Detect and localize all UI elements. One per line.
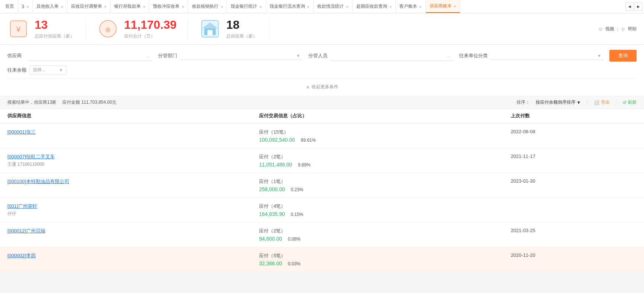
nav-next-button[interactable]: ▶ [634,3,643,11]
help-link[interactable]: 帮助 [628,26,637,32]
stat-payable-amount-text: 11,170.39 应付合计（万） [124,18,176,39]
payable-amount-label: 应付合计（万） [124,33,176,39]
collapse-arrow-icon: ∧ [306,85,309,90]
nav-tab-3[interactable]: 3 × [18,0,33,13]
balance-arrow-icon: ▼ [59,68,63,72]
nav-tab-advance-pay[interactable]: 预收冲应收单 × [149,0,188,13]
nav-tab-cash-bank-stat[interactable]: 现金银行统计 × [227,0,266,13]
nav-prev-button[interactable]: ◀ [626,3,634,11]
tx-row-4: 164,635.90 0.15% [259,210,511,217]
close-tab-ar-adjust[interactable]: × [104,4,106,9]
result-info-text: 搜索结果中，供应商13家 [7,99,56,106]
separator2: | [616,100,617,105]
nav-tab-cash-bank-flow[interactable]: 现金银行流水查询 × [266,0,314,13]
stat-payable-amount: ⊕ 11,170.39 应付合计（万） [97,18,188,40]
nav-tab-other-income[interactable]: 其他收入单 × [33,0,67,13]
close-tab-other-income[interactable]: × [61,4,63,9]
page-container: 首页 3 × 其他收入单 × 应收应付调整单 × 银行存取款单 × 预收冲应收单… [0,0,644,293]
balance-label: 往来余额 [7,67,27,73]
nav-tab-home[interactable]: 首页 [1,0,18,13]
supplier-link-2[interactable]: [000007]恒旺二手叉车 [7,154,259,160]
close-tab-pay-verify[interactable]: × [221,4,223,9]
supplier-link-6[interactable]: [000002]李四 [7,252,259,259]
tx-label-1: 应付（15笔） [259,129,511,135]
supplier-link-5[interactable]: [000012]广州贝瑞 [7,228,259,234]
export-button[interactable]: ⬜ 导出 [594,99,610,106]
supplier-link-4[interactable]: [001]广州荣轩 [7,203,259,210]
tx-amount-3[interactable]: 258,000.00 [259,186,285,192]
search-button[interactable]: 查询 [609,50,637,62]
refresh-icon: ↺ [623,100,626,105]
tx-pct-4: 0.15% [291,212,303,217]
stat-total-suppliers: 18 总供应商（家） [199,18,269,40]
balance-select[interactable]: 选择... ▼ [29,65,66,75]
stat-total-suppliers-text: 18 总供应商（家） [226,18,257,39]
person-input[interactable] [333,51,447,60]
supplier-link-3[interactable]: [000100]本特勤油品有限公司 [7,178,259,185]
top-nav: 首页 3 × 其他收入单 × 应收应付调整单 × 银行存取款单 × 预收冲应收单… [0,0,644,13]
close-tab-3[interactable]: × [27,4,29,9]
tx-amount-4[interactable]: 164,635.90 [259,211,285,217]
nav-tab-pay-verify[interactable]: 收款核销执行 × [188,0,227,13]
department-select[interactable]: ▼ [180,52,303,60]
close-tab-overdue-query[interactable]: × [389,4,392,9]
refresh-button[interactable]: ↺ 刷新 [623,99,637,106]
tx-label-3: 应付（1笔） [259,178,511,185]
close-tab-pay-situation[interactable]: × [346,4,348,9]
nav-tab-overdue-query[interactable]: 超期应收款查询 × [353,0,396,13]
help-icon: ⊙ [621,26,625,31]
close-tab-supplier-account[interactable]: × [454,4,456,8]
sort-button[interactable]: 按应付余额倒序排序 ▼ [536,99,581,106]
supplier-link-1[interactable]: [000001]张三 [7,129,259,135]
grain-icon: ⊕ [97,18,119,40]
category-select[interactable]: ▼ [491,52,604,60]
tx-amount-6[interactable]: 32,366.00 [259,261,282,266]
table-row: [001]广州荣轩 仔仔 应付（4笔） 164,635.90 0.15% [0,198,644,223]
stat-payable-suppliers-text: 13 总应付供应商（家） [35,18,74,39]
close-tab-advance-pay[interactable]: × [182,4,184,9]
table-row: [000002]李四 应付（5笔） 32,366.00 0.03% 2020-1… [0,247,644,272]
filter-row-1: 供应商 ... 分管部门 ▼ 分管人员 ... [7,50,637,62]
collapse-button[interactable]: ∧ 收起更多条件 [306,82,338,92]
table-row: [000012]广州贝瑞 应付（2笔） 94,600.00 0.08% 2021… [0,223,644,247]
close-tab-cash-bank-flow[interactable]: × [307,4,309,9]
tx-info-5: 应付（2笔） 94,600.00 0.08% [259,228,511,242]
supplier-dots-icon[interactable]: ... [146,53,150,58]
tx-amount-2[interactable]: 11,051,486.00 [259,162,292,168]
person-input-wrapper[interactable]: ... [330,51,453,61]
nav-tab-customer-account[interactable]: 客户账本 × [396,0,426,13]
person-dots-icon[interactable]: ... [447,53,451,58]
nav-tab-pay-situation[interactable]: 收款情况统计 × [314,0,352,13]
person-label: 分管人员 [308,52,328,59]
supplier-input[interactable] [31,51,146,60]
nav-tab-ar-adjust[interactable]: 应收应付调整单 × [67,0,111,13]
tx-pct-5: 0.08% [288,237,300,242]
tx-amount-1[interactable]: 100,092,540.00 [259,137,295,143]
nav-tab-bank-deposit[interactable]: 银行存取款单 × [111,0,149,13]
supplier-info-3: [000100]本特勤油品有限公司 [7,178,259,185]
result-bar: 搜索结果中，供应商13家 应付金额 111,703,854.00元 排序： 按应… [0,96,644,109]
total-suppliers-count: 18 [226,18,257,32]
video-link[interactable]: 视频 [605,26,614,32]
supplier-icon: ¥ [7,18,29,40]
sort-label: 排序： [517,99,530,106]
tx-info-2: 应付（2笔） 11,051,486.00 9.89% [259,154,511,168]
nav-tab-supplier-account[interactable]: 供应商账本 × [426,0,460,13]
supplier-input-wrapper[interactable]: ... [29,51,152,61]
tx-info-4: 应付（4笔） 164,635.90 0.15% [259,203,511,217]
close-tab-bank-deposit[interactable]: × [143,4,145,9]
table-row: [000001]张三 应付（15笔） 100,092,540.00 89.61%… [0,124,644,148]
tx-amount-5[interactable]: 94,600.00 [259,236,282,242]
separator1: | [587,100,588,105]
close-tab-customer-account[interactable]: × [419,4,421,9]
close-tab-cash-bank-stat[interactable]: × [259,4,262,9]
last-pay-1: 2022-08-08 [511,129,637,134]
supplier-info-1: [000001]张三 [7,129,259,135]
link-divider: | [617,26,618,31]
tx-row-3: 258,000.00 0.23% [259,185,511,192]
payable-amount-value: 11,170.39 [124,18,176,32]
col-header-lastpay: 上次付数 [511,113,637,119]
table-row: [000100]本特勤油品有限公司 应付（1笔） 258,000.00 0.23… [0,173,644,198]
tx-info-1: 应付（15笔） 100,092,540.00 89.61% [259,129,511,143]
table-area: 供应商信息 应付交易信息（占比） 上次付数 [000001]张三 应付（15笔）… [0,109,644,272]
